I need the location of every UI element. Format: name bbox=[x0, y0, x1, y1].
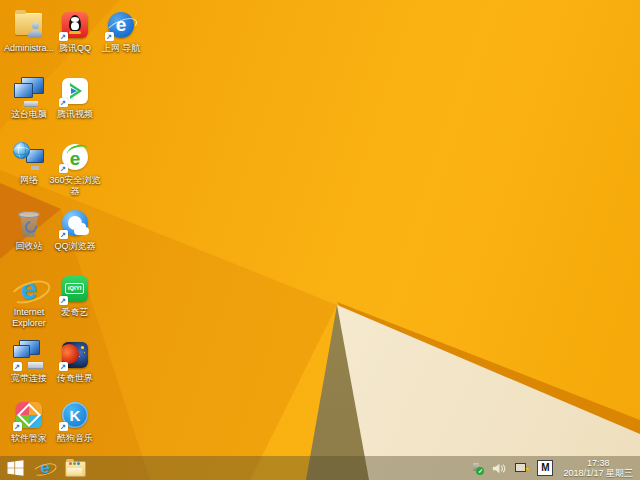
system-tray: ✓ M 17:38 2018/1/17 星期三 bbox=[471, 458, 640, 479]
clock-time: 17:38 bbox=[587, 458, 610, 469]
internet-explorer-icon bbox=[12, 272, 46, 306]
desktop-icon-qq-browser[interactable]: QQ浏览器 bbox=[46, 206, 104, 252]
taskbar-file-explorer-button[interactable] bbox=[60, 456, 90, 480]
start-button[interactable] bbox=[0, 456, 30, 480]
taskbar-internet-explorer-button[interactable] bbox=[30, 456, 60, 480]
desktop-icon-label: 腾讯视频 bbox=[46, 109, 104, 120]
shortcut-arrow-icon bbox=[59, 98, 68, 107]
desktop-icon-iqiyi[interactable]: 爱奇艺 bbox=[46, 272, 104, 318]
volume-icon[interactable] bbox=[492, 462, 506, 475]
desktop-icon-game-world[interactable]: 传奇世界 bbox=[46, 338, 104, 384]
game-world-icon bbox=[58, 338, 92, 372]
windows-desktop: { "desktop": { "icons": [ {"label": "Adm… bbox=[0, 0, 640, 480]
shortcut-arrow-icon bbox=[59, 422, 68, 431]
shortcut-arrow-icon bbox=[59, 362, 68, 371]
desktop-icon-label: 360安全浏览器 bbox=[46, 175, 104, 197]
tencent-video-icon bbox=[58, 74, 92, 108]
broadband-connection-icon bbox=[12, 338, 46, 372]
desktop-icon-360-browser[interactable]: 360安全浏览器 bbox=[46, 140, 104, 197]
shortcut-arrow-icon bbox=[59, 230, 68, 239]
shortcut-arrow-icon bbox=[59, 164, 68, 173]
network-status-icon[interactable] bbox=[514, 462, 529, 475]
ime-indicator[interactable]: M bbox=[537, 460, 553, 476]
shortcut-arrow-icon bbox=[59, 32, 68, 41]
taskbar: ✓ M 17:38 2018/1/17 星期三 bbox=[0, 456, 640, 480]
shortcut-arrow-icon bbox=[105, 32, 114, 41]
desktop-icon-label: 酷狗音乐 bbox=[46, 433, 104, 444]
shortcut-arrow-icon bbox=[13, 422, 22, 431]
software-manager-icon bbox=[12, 398, 46, 432]
file-explorer-folder-icon bbox=[65, 461, 86, 477]
internet-explorer-icon bbox=[35, 458, 55, 478]
shortcut-arrow-icon bbox=[59, 296, 68, 305]
desktop-icon-tencent-video[interactable]: 腾讯视频 bbox=[46, 74, 104, 120]
this-pc-icon bbox=[12, 74, 46, 108]
desktop-icon-web-navigation[interactable]: 上网 导航 bbox=[92, 8, 150, 54]
shortcut-arrow-icon bbox=[13, 362, 22, 371]
qq-penguin-icon bbox=[58, 8, 92, 42]
windows-logo-icon bbox=[7, 460, 24, 476]
kugou-music-icon bbox=[58, 398, 92, 432]
desktop-icon-kugou-music[interactable]: 酷狗音乐 bbox=[46, 398, 104, 444]
clock-date: 2018/1/17 星期三 bbox=[563, 468, 633, 479]
usb-safely-remove-icon[interactable]: ✓ bbox=[471, 462, 484, 475]
taskbar-clock[interactable]: 17:38 2018/1/17 星期三 bbox=[561, 458, 635, 479]
network-globe-icon bbox=[12, 140, 46, 174]
desktop-icon-label: 爱奇艺 bbox=[46, 307, 104, 318]
qq-browser-icon bbox=[58, 206, 92, 240]
recycle-bin-icon bbox=[12, 206, 46, 240]
desktop-icon-label: QQ浏览器 bbox=[46, 241, 104, 252]
desktop-icon-label: 传奇世界 bbox=[46, 373, 104, 384]
360-browser-icon bbox=[58, 140, 92, 174]
web-navigation-e-icon bbox=[104, 8, 138, 42]
folder-user-icon bbox=[12, 8, 46, 42]
desktop-icon-label: 上网 导航 bbox=[92, 43, 150, 54]
iqiyi-icon bbox=[58, 272, 92, 306]
